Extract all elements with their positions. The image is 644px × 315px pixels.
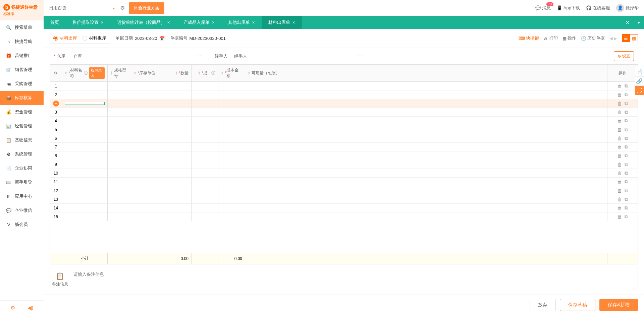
download-button[interactable]: 📱 App下载: [557, 5, 580, 11]
service-button[interactable]: 🎧 在线客服: [586, 5, 610, 11]
operation-button[interactable]: ▦ 操作: [562, 35, 576, 41]
date-value[interactable]: 2023-03-20: [135, 36, 157, 41]
delete-icon[interactable]: 🗑: [616, 171, 623, 176]
copy-icon[interactable]: ⧉: [623, 127, 629, 132]
close-icon[interactable]: ✕: [167, 20, 170, 25]
table-row[interactable]: 5 🗑 ⧉: [50, 125, 638, 134]
nav-item-3[interactable]: 🛒销售管理: [0, 63, 44, 77]
more-icon[interactable]: ⋯: [358, 53, 362, 59]
nav-item-4[interactable]: 🛍采购管理: [0, 77, 44, 91]
table-row[interactable]: 3 🗑 ⧉: [50, 108, 638, 117]
radio-return[interactable]: 材料退库: [83, 35, 106, 41]
table-row[interactable]: 1 🗑 ⧉: [50, 82, 638, 90]
save-new-button[interactable]: 保存&新增: [599, 299, 638, 311]
copy-icon[interactable]: ⧉: [623, 118, 629, 124]
delete-icon[interactable]: 🗑: [616, 101, 623, 106]
table-row[interactable]: 7 🗑 ⧉: [50, 143, 638, 151]
tab-3[interactable]: 产成品入库单✕: [177, 16, 221, 29]
delete-icon[interactable]: 🗑: [616, 153, 623, 159]
table-row[interactable]: 8 🗑 ⧉: [50, 151, 638, 160]
save-draft-button[interactable]: 保存草稿: [560, 299, 595, 311]
nav-item-6[interactable]: 💰资金管理: [0, 105, 44, 119]
copy-icon[interactable]: ⧉: [623, 135, 629, 141]
info-icon[interactable]: ⓘ: [211, 70, 215, 76]
collapse-icon[interactable]: ◀): [28, 305, 33, 311]
close-icon[interactable]: ✕: [252, 20, 255, 25]
nav-item-10[interactable]: 📄企业协同: [0, 161, 44, 175]
copy-icon[interactable]: ⧉: [623, 92, 629, 98]
copy-icon[interactable]: ⧉: [623, 144, 629, 150]
info-icon[interactable]: ⓘ: [84, 70, 88, 76]
delete-icon[interactable]: 🗑: [616, 83, 623, 89]
col-qty[interactable]: ▲▼ *数量: [161, 65, 192, 81]
table-row[interactable]: 9 🗑 ⧉: [50, 160, 638, 169]
delete-icon[interactable]: 🗑: [616, 179, 623, 185]
delete-icon[interactable]: 🗑: [616, 136, 623, 141]
close-icon[interactable]: ✕: [212, 20, 215, 25]
tool-note[interactable]: 📄: [635, 67, 644, 76]
copy-icon[interactable]: ⧉: [623, 162, 629, 167]
tab-4[interactable]: 其他出库单✕: [221, 16, 262, 29]
nav-item-8[interactable]: 📋基础信息: [0, 133, 44, 147]
settings-icon[interactable]: ⚙: [10, 305, 15, 311]
delete-icon[interactable]: 🗑: [616, 127, 623, 132]
nav-item-7[interactable]: 📊经营管理: [0, 119, 44, 133]
table-row[interactable]: 11 🗑 ⧉: [50, 178, 638, 186]
col-amt[interactable]: ▲▼ *成本金额: [218, 65, 245, 81]
copy-icon[interactable]: ⧉: [623, 153, 629, 159]
copy-icon[interactable]: ⧉: [623, 109, 629, 115]
tab-2[interactable]: 进货单统计表（按商品）✕: [110, 16, 177, 29]
material-name-input[interactable]: [65, 102, 105, 105]
tab-menu[interactable]: ▾: [634, 20, 644, 25]
cta-button[interactable]: 体验行业方案: [129, 2, 164, 14]
table-row[interactable]: 10 🗑 ⧉: [50, 169, 638, 178]
print-button[interactable]: 🖨 打印: [544, 35, 558, 41]
tab-1[interactable]: 售价提取设置✕: [66, 16, 110, 29]
close-icon[interactable]: ✕: [101, 20, 104, 25]
nav-item-14[interactable]: V畅会员: [0, 217, 44, 232]
copy-icon[interactable]: ⧉: [623, 214, 629, 219]
copy-icon[interactable]: ⧉: [623, 188, 629, 193]
tab-5[interactable]: 材料出库单✕: [262, 16, 302, 29]
delete-icon[interactable]: 🗑: [616, 92, 623, 98]
table-row[interactable]: 13 🗑 ⧉: [50, 195, 638, 204]
nav-item-0[interactable]: 🔍搜索菜单: [0, 20, 44, 35]
settings-button[interactable]: ⚙ 设置: [614, 51, 634, 61]
more-icon[interactable]: ⋯: [197, 53, 201, 59]
tab-close-all[interactable]: ✕: [622, 20, 634, 25]
copy-icon[interactable]: ⧉: [623, 170, 629, 176]
delete-icon[interactable]: 🗑: [616, 214, 623, 219]
table-row[interactable]: 6 🗑 ⧉: [50, 134, 638, 143]
remarks-input[interactable]: [70, 268, 638, 291]
table-row[interactable]: + 🗑 ⧉: [50, 99, 638, 108]
list-view-button[interactable]: ☰: [622, 34, 630, 42]
nav-item-5[interactable]: 📦库存核算: [0, 91, 44, 105]
delete-icon[interactable]: 🗑: [616, 110, 623, 115]
nav-item-12[interactable]: 🗓应用中心: [0, 189, 44, 203]
hotkey-button[interactable]: ⌨ 快捷键: [519, 35, 539, 41]
add-row-icon[interactable]: +: [53, 101, 59, 107]
nav-item-1[interactable]: ⌂快捷导航: [0, 35, 44, 49]
nav-item-11[interactable]: 📖新手引导: [0, 175, 44, 189]
user-menu[interactable]: 👤 徐泽华: [616, 4, 639, 12]
table-row[interactable]: 4 🗑 ⧉: [50, 117, 638, 125]
messages-button[interactable]: 💬 消息 70: [535, 5, 551, 11]
delete-icon[interactable]: 🗑: [616, 118, 623, 124]
nav-item-13[interactable]: 💬企业微信: [0, 203, 44, 217]
copy-icon[interactable]: ⧉: [623, 205, 629, 211]
copy-icon[interactable]: ⧉: [623, 101, 629, 106]
delete-icon[interactable]: 🗑: [616, 188, 623, 193]
col-model[interactable]: ▲▼ 规格型号: [108, 65, 131, 81]
delete-icon[interactable]: 🗑: [616, 197, 623, 202]
handler-input[interactable]: [234, 54, 358, 59]
tool-link[interactable]: 🔗: [635, 76, 644, 86]
scan-badge[interactable]: 扫码录入: [89, 67, 105, 79]
table-row[interactable]: 14 🗑 ⧉: [50, 204, 638, 212]
col-settings[interactable]: ⚙: [50, 65, 62, 81]
next-button[interactable]: ▶: [614, 36, 617, 41]
table-row[interactable]: 2 🗑 ⧉: [50, 90, 638, 99]
delete-icon[interactable]: 🗑: [616, 144, 623, 150]
col-unit[interactable]: ▲▼ *库存单位: [131, 65, 161, 81]
prev-button[interactable]: ◀: [609, 36, 613, 41]
category-gear-icon[interactable]: ⚙: [120, 5, 125, 11]
